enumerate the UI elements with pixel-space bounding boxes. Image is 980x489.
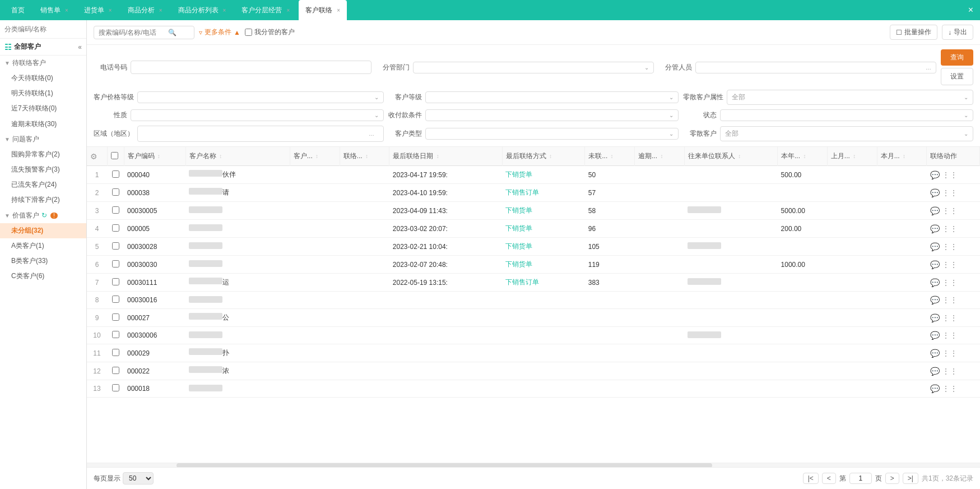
message-icon[interactable]: 💬 (930, 224, 940, 233)
sidebar-item-hoarding-anomaly[interactable]: 囤购异常客户(2) (0, 147, 86, 162)
select-all-checkbox[interactable] (111, 152, 118, 159)
uncontacted-sort-icon[interactable]: ↕ (611, 153, 614, 159)
contact-method-link[interactable]: 下销货单 (505, 224, 532, 232)
message-icon[interactable]: 💬 (930, 349, 940, 358)
more-actions-icon[interactable]: ⋮⋮ (942, 188, 958, 197)
overdue-sort-icon[interactable]: ↕ (660, 153, 663, 159)
per-page-select[interactable]: 50 100 200 (123, 472, 154, 485)
message-icon[interactable]: 💬 (930, 296, 940, 305)
message-icon[interactable]: 💬 (930, 188, 940, 197)
nature-select[interactable]: ⌄ (131, 109, 384, 121)
nav-tab-purchase-close[interactable]: × (109, 7, 112, 13)
more-actions-icon[interactable]: ⋮⋮ (942, 313, 958, 322)
row-checkbox[interactable] (112, 170, 119, 178)
reset-button[interactable]: 设置 (941, 68, 973, 85)
row-checkbox[interactable] (112, 331, 119, 338)
contact-method-link[interactable]: 下销售订单 (505, 188, 539, 196)
nav-tab-analysis-close[interactable]: × (159, 7, 162, 13)
prev-page-button[interactable]: < (822, 473, 836, 484)
sidebar-item-tomorrow-pending[interactable]: 明天待联络(1) (0, 86, 86, 101)
contact-method-link[interactable]: 下销货单 (505, 242, 532, 250)
more-actions-icon[interactable]: ⋮⋮ (942, 331, 958, 340)
row-checkbox[interactable] (112, 224, 119, 232)
refresh-icon[interactable]: ↻ (41, 211, 47, 219)
nav-tab-customer-tier-close[interactable]: × (286, 7, 290, 13)
nav-tab-sales-close[interactable]: × (65, 7, 68, 13)
sidebar-all-customers[interactable]: ☷ 全部客户 « (0, 39, 86, 56)
contact-method-link[interactable]: 下销货单 (505, 206, 532, 214)
row-checkbox[interactable] (112, 367, 119, 374)
message-icon[interactable]: 💬 (930, 384, 940, 393)
first-page-button[interactable]: |< (803, 473, 819, 484)
contact-method-link[interactable]: 下销货单 (505, 170, 532, 178)
retail-attr-select[interactable]: 全部 ⌄ (727, 90, 973, 105)
sidebar-search-input[interactable] (4, 25, 87, 33)
row-checkbox[interactable] (112, 206, 119, 214)
sidebar-item-churn-warning[interactable]: 流失预警客户(3) (0, 162, 86, 177)
name-sort-icon[interactable]: ↕ (219, 153, 222, 159)
sidebar-collapse-button[interactable]: « (78, 43, 82, 51)
contact-method-link[interactable]: 下销售订单 (505, 278, 539, 286)
row-checkbox[interactable] (112, 349, 119, 356)
sidebar-item-ungrouped[interactable]: 未分组(32) (0, 223, 86, 238)
sidebar-group-pending[interactable]: ▼ 待联络客户 (0, 56, 86, 71)
nav-tab-home[interactable]: 首页 (4, 0, 31, 20)
message-icon[interactable]: 💬 (930, 260, 940, 269)
phone-input[interactable] (131, 61, 371, 74)
sidebar-item-week-pending[interactable]: 近7天待联络(0) (0, 101, 86, 116)
settings-icon[interactable]: ⚙ (90, 152, 97, 161)
nav-tab-customer-tier[interactable]: 客户分层经营 × (235, 0, 296, 20)
row-checkbox[interactable] (112, 188, 119, 196)
row-checkbox[interactable] (112, 278, 119, 285)
search-icon[interactable]: 🔍 (168, 29, 177, 36)
message-icon[interactable]: 💬 (930, 242, 940, 251)
more-actions-icon[interactable]: ⋮⋮ (942, 260, 958, 269)
close-all-tabs-button[interactable]: × (966, 3, 976, 17)
row-checkbox[interactable] (112, 384, 119, 391)
more-actions-icon[interactable]: ⋮⋮ (942, 242, 958, 251)
more-actions-icon[interactable]: ⋮⋮ (942, 367, 958, 376)
this-year-sort-icon[interactable]: ↕ (803, 153, 806, 159)
row-checkbox[interactable] (112, 260, 119, 267)
sidebar-group-problem[interactable]: ▼ 问题客户 (0, 132, 86, 147)
customer-type-select[interactable]: ⌄ (425, 128, 679, 140)
code-sort-icon[interactable]: ↕ (157, 153, 160, 159)
page-input[interactable] (849, 473, 872, 484)
query-button[interactable]: 查询 (941, 49, 973, 66)
row-checkbox[interactable] (112, 296, 119, 303)
more-conditions-button[interactable]: ▿ 更多条件 ▲ (199, 27, 240, 37)
message-icon[interactable]: 💬 (930, 170, 940, 179)
contact-method-link[interactable]: 下销货单 (505, 260, 532, 268)
nav-tab-purchase[interactable]: 进货单 × (77, 0, 119, 20)
region-select[interactable]: … (137, 126, 384, 142)
customer-level-select[interactable]: ⌄ (425, 91, 679, 103)
nav-tab-analysis-list[interactable]: 商品分析列表 × (171, 0, 233, 20)
sidebar-item-class-a[interactable]: A类客户(1) (0, 238, 86, 253)
nav-tab-analysis-list-close[interactable]: × (223, 7, 226, 13)
sidebar-item-class-c[interactable]: C类客户(6) (0, 269, 86, 284)
my-customers-checkbox-container[interactable]: 我分管的客户 (245, 27, 295, 37)
more-actions-icon[interactable]: ⋮⋮ (942, 296, 958, 305)
sidebar-item-churned[interactable]: 已流失客户(24) (0, 177, 86, 192)
more-actions-icon[interactable]: ⋮⋮ (942, 384, 958, 393)
row-checkbox[interactable] (112, 242, 119, 250)
nav-tab-customer-contact[interactable]: 客户联络 × (299, 0, 347, 20)
sidebar-item-class-b[interactable]: B类客户(33) (0, 253, 86, 269)
contact-sort-icon[interactable]: ↕ (365, 153, 368, 159)
price-level-select[interactable]: ⌄ (137, 91, 384, 103)
retail-customer-select[interactable]: 全部 ⌄ (720, 126, 973, 141)
more-actions-icon[interactable]: ⋮⋮ (942, 170, 958, 179)
more-actions-icon[interactable]: ⋮⋮ (942, 206, 958, 215)
this-month-sort-icon[interactable]: ↕ (903, 153, 905, 159)
more-actions-icon[interactable]: ⋮⋮ (942, 278, 958, 287)
more-actions-icon[interactable]: ⋮⋮ (942, 224, 958, 233)
nav-tab-customer-contact-close[interactable]: × (337, 7, 340, 13)
search-input[interactable] (99, 29, 166, 36)
message-icon[interactable]: 💬 (930, 278, 940, 287)
unit-contact-sort-icon[interactable]: ↕ (738, 153, 741, 159)
row-checkbox[interactable] (112, 313, 119, 321)
next-page-button[interactable]: > (885, 473, 899, 484)
type-sort-icon[interactable]: ↕ (315, 153, 318, 159)
export-button[interactable]: ↓ 导出 (942, 25, 973, 40)
nav-tab-analysis[interactable]: 商品分析 × (121, 0, 169, 20)
